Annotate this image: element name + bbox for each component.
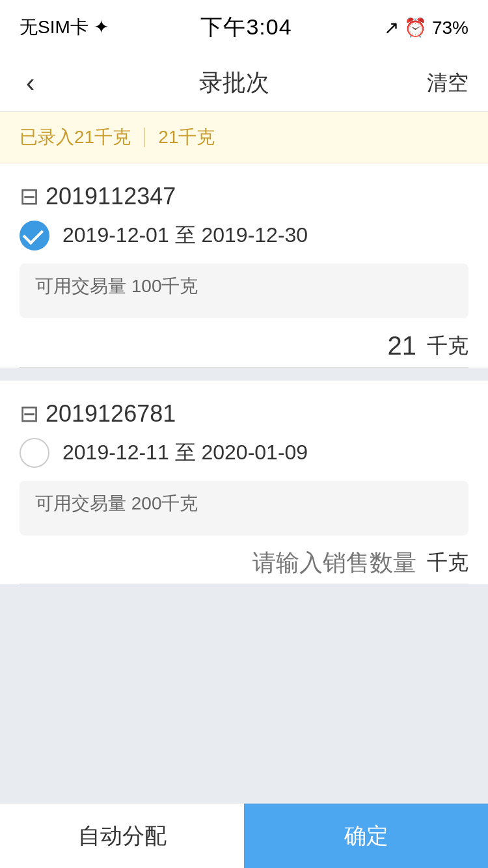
- batch-2-qty-input[interactable]: [20, 549, 416, 576]
- batch-2-card: ⊟ 2019126781 2019-12-11 至 2020-01-09 可用交…: [0, 381, 488, 536]
- batch-2-date: 2019-12-11 至 2020-01-09: [62, 439, 308, 467]
- auto-distribute-button[interactable]: 自动分配: [0, 804, 244, 868]
- status-time: 下午3:04: [200, 12, 291, 42]
- batch-2-input-row: 千克: [20, 536, 468, 584]
- battery-label: ↗ ⏰ 73%: [384, 17, 468, 38]
- batch-2-icon: ⊟: [20, 400, 39, 427]
- batch-2-amount-section: 千克: [0, 536, 488, 584]
- batch-2-number: 2019126781: [46, 400, 176, 427]
- batch-2-available: 可用交易量 200千克: [20, 481, 468, 536]
- batch-1-amount-value: 21: [388, 331, 417, 360]
- batch-2-unit: 千克: [427, 549, 468, 577]
- batch-2-header: ⊟ 2019126781: [20, 400, 468, 427]
- batch-2-radio[interactable]: [20, 438, 49, 468]
- section-divider-1: [0, 368, 488, 381]
- status-left: 无SIM卡 ✦: [20, 15, 109, 40]
- clear-button[interactable]: 清空: [427, 69, 468, 98]
- batch-1-date: 2019-12-01 至 2019-12-30: [62, 221, 308, 250]
- status-bar: 无SIM卡 ✦ 下午3:04 ↗ ⏰ 73%: [0, 0, 488, 55]
- status-right: ↗ ⏰ 73%: [384, 17, 468, 38]
- batch-2-date-row: 2019-12-11 至 2020-01-09: [20, 438, 468, 468]
- page-title: 录批次: [199, 67, 269, 99]
- confirm-button[interactable]: 确定: [244, 804, 488, 868]
- batch-1-card: ⊟ 2019112347 2019-12-01 至 2019-12-30 可用交…: [0, 163, 488, 318]
- total-amount: 21千克: [158, 125, 215, 150]
- info-banner: 已录入21千克 21千克: [0, 112, 488, 163]
- bottom-bar: 自动分配 确定: [0, 803, 488, 868]
- batch-1-date-row: 2019-12-01 至 2019-12-30: [20, 221, 468, 251]
- batch-1-icon: ⊟: [20, 183, 39, 210]
- batch-1-radio[interactable]: [20, 221, 49, 251]
- batch-1-amount-row: 21 千克: [20, 318, 468, 368]
- batch-1-amount-section: 21 千克: [0, 318, 488, 368]
- batch-1-number: 2019112347: [46, 183, 176, 210]
- batch-1-amount-unit: 千克: [427, 332, 468, 360]
- batch-1-header: ⊟ 2019112347: [20, 183, 468, 210]
- back-button[interactable]: ‹: [20, 62, 41, 104]
- sim-label: 无SIM卡 ✦: [20, 15, 109, 40]
- batch-1-available: 可用交易量 100千克: [20, 264, 468, 318]
- nav-bar: ‹ 录批次 清空: [0, 55, 488, 112]
- info-divider: [144, 128, 145, 147]
- recorded-amount: 已录入21千克: [20, 125, 131, 150]
